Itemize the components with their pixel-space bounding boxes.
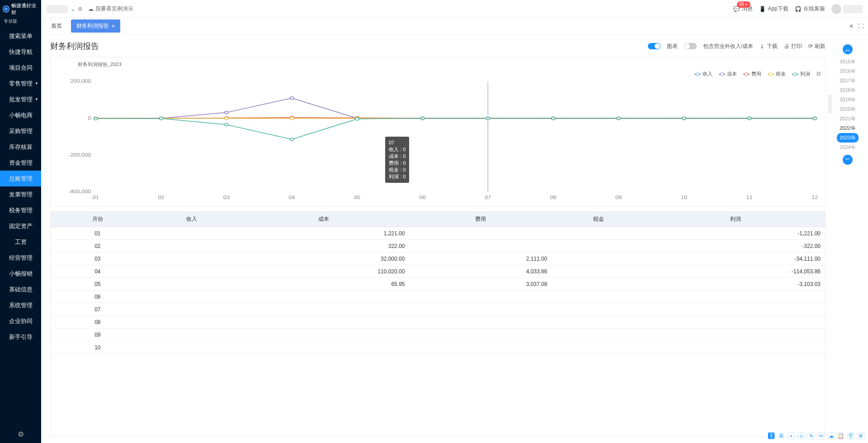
drag-handle[interactable] <box>828 95 832 113</box>
svg-point-71 <box>486 117 490 119</box>
sidebar-item-4[interactable]: 批发管理▼ <box>0 91 41 107</box>
extra-toggle[interactable] <box>684 43 697 49</box>
svg-text:06: 06 <box>420 195 426 200</box>
tab-profit-report[interactable]: 财务利润报告 × <box>71 19 120 33</box>
year-up-icon[interactable]: ︽ <box>843 44 853 54</box>
demo-link[interactable]: ☁ 我要看实例演示 <box>88 5 133 13</box>
print-button[interactable]: 🖨 打印 <box>784 43 802 50</box>
close-icon[interactable]: × <box>112 23 115 29</box>
table-row[interactable]: 02322.00-322.00 <box>51 240 825 252</box>
year-2020年[interactable]: 2020年 <box>837 105 858 114</box>
table-row[interactable]: 08 <box>51 316 825 329</box>
settings-gear-icon[interactable]: ⚙ <box>0 425 41 443</box>
sidebar-item-17[interactable]: 系统管理 <box>0 297 41 313</box>
sidebar-item-3[interactable]: 零售管理▼ <box>0 76 41 91</box>
table-row[interactable]: 011,221.00-1,221.00 <box>51 227 825 240</box>
ime-lang[interactable]: 英 <box>778 432 785 439</box>
sidebar-item-6[interactable]: 采购管理 <box>0 123 41 139</box>
ime-icon[interactable]: 王 <box>768 432 775 439</box>
profit-chart[interactable]: 200,0000-200,000-400,0000102030405060708… <box>55 79 821 201</box>
gear-icon[interactable]: ⚙ <box>78 6 83 12</box>
sidebar-item-10[interactable]: 发票管理 <box>0 186 41 202</box>
tab-profit-report-label: 财务利润报告 <box>76 22 109 30</box>
legend-zoom-icon[interactable]: ⊡ <box>816 71 821 77</box>
year-2019年[interactable]: 2019年 <box>837 95 858 105</box>
ime-scissors-icon[interactable]: ✂ <box>817 432 825 439</box>
year-2018年[interactable]: 2018年 <box>837 86 858 95</box>
table-row[interactable]: 09 <box>51 329 825 341</box>
sidebar-item-1[interactable]: 快捷导航 <box>0 44 41 60</box>
table-row[interactable]: 04110,020.004,033.86-114,053.86 <box>51 265 825 278</box>
refresh-label: 刷新 <box>815 43 826 50</box>
table-row[interactable]: 07 <box>51 303 825 316</box>
legend-收入[interactable]: .lg-mark::after{border-color:inherit}收入 <box>694 71 712 77</box>
app-download-button[interactable]: 📱 App下载 <box>759 5 788 13</box>
fullscreen-icon[interactable]: ⛶ <box>858 23 863 29</box>
legend-费用[interactable]: .lg-mark::after{border-color:inherit}费用 <box>743 71 761 77</box>
sidebar-item-9[interactable]: 总账管理 <box>0 171 41 186</box>
table-row[interactable]: 0565.953,037.08-3,103.03 <box>51 278 825 291</box>
tooltip-tax: 税金 : 0 <box>389 167 406 173</box>
tooltip-cost: 成本 : 0 <box>389 153 406 160</box>
sidebar-item-12[interactable]: 固定资产 <box>0 218 41 234</box>
svg-text:09: 09 <box>615 195 622 200</box>
svg-text:03: 03 <box>223 195 230 200</box>
ime-cloud-icon[interactable]: ☁ <box>827 432 835 439</box>
year-2017年[interactable]: 2017年 <box>837 76 858 86</box>
sidebar-item-5[interactable]: 小畅电商 <box>0 107 41 123</box>
headset-icon: 🎧 <box>795 6 802 12</box>
sidebar-item-8[interactable]: 资金管理 <box>0 155 41 171</box>
year-down-icon[interactable]: ︾ <box>843 155 853 165</box>
ime-emoji-icon[interactable]: ☺ <box>797 432 805 439</box>
user-menu[interactable]: □ <box>831 4 863 14</box>
sidebar: 畅捷通好业财 专业版 搜索菜单快捷导航项目合同零售管理▼批发管理▼小畅电商采购管… <box>0 0 41 443</box>
ime-gear-icon[interactable]: ⚙ <box>857 432 864 439</box>
messages-button[interactable]: 💬 消息 99＋ <box>733 5 753 13</box>
year-2016年[interactable]: 2016年 <box>837 67 858 76</box>
year-2023年[interactable]: 2023年 <box>837 133 858 143</box>
ime-edit-icon[interactable]: ✎ <box>807 432 815 439</box>
ime-toolbar[interactable]: 王 英 • ☺ ✎ ✂ ☁ 📋 👕 ⚙ <box>768 432 864 439</box>
svg-text:05: 05 <box>354 195 360 200</box>
table-row[interactable]: 0332,000.002,111.00-34,111.00 <box>51 252 825 265</box>
org-selector[interactable]: □ ⌄ ⚙ <box>47 5 83 13</box>
sidebar-item-16[interactable]: 基础信息 <box>0 281 41 297</box>
svg-point-76 <box>813 117 816 119</box>
refresh-button[interactable]: ⟳ 刷新 <box>808 43 826 50</box>
chart-tooltip: 07 收入 : 0 成本 : 0 费用 : 0 税金 : 0 利润 : 0 <box>385 137 409 183</box>
close-all-icon[interactable]: ✕ <box>849 23 854 29</box>
chart-toggle-label: 图表 <box>667 43 678 50</box>
year-2015年[interactable]: 2015年 <box>837 57 858 67</box>
ime-pin-icon[interactable]: 📋 <box>837 432 844 439</box>
sidebar-item-13[interactable]: 工资 <box>0 234 41 250</box>
sidebar-item-18[interactable]: 企业协同 <box>0 313 41 329</box>
sidebar-item-15[interactable]: 小畅报销 <box>0 266 41 281</box>
download-button[interactable]: ⭳ 下载 <box>760 43 778 50</box>
brand-logo[interactable]: 畅捷通好业财 <box>0 0 41 18</box>
ime-user-icon[interactable]: 👕 <box>847 432 854 439</box>
sidebar-item-11[interactable]: 税务管理 <box>0 202 41 218</box>
ime-dot-icon[interactable]: • <box>788 432 795 439</box>
legend-税金[interactable]: .lg-mark::after{border-color:inherit}税金 <box>768 71 786 77</box>
sidebar-item-0[interactable]: 搜索菜单 <box>0 28 41 44</box>
table-row[interactable]: 10 <box>51 341 825 354</box>
sidebar-item-14[interactable]: 经营管理 <box>0 250 41 266</box>
sidebar-item-2[interactable]: 项目合同 <box>0 60 41 76</box>
messages-badge: 99＋ <box>737 1 750 8</box>
year-2021年[interactable]: 2021年 <box>837 114 858 124</box>
sidebar-item-19[interactable]: 新手引导 <box>0 329 41 345</box>
support-button[interactable]: 🎧 在线客服 <box>795 5 825 13</box>
tab-home[interactable]: 首页 <box>46 19 67 33</box>
svg-point-70 <box>421 117 425 119</box>
legend-利润[interactable]: .lg-mark::after{border-color:inherit}利润 <box>792 71 810 77</box>
sidebar-item-7[interactable]: 库存核算 <box>0 139 41 155</box>
legend-成本[interactable]: .lg-mark::after{border-color:inherit}成本 <box>719 71 737 77</box>
svg-point-69 <box>355 118 359 120</box>
col-成本: 成本 <box>238 212 409 227</box>
year-2024年[interactable]: 2024年 <box>837 143 858 152</box>
svg-point-67 <box>225 123 228 126</box>
year-2022年[interactable]: 2022年 <box>837 124 858 133</box>
chart-toggle[interactable] <box>648 43 660 49</box>
print-label: 打印 <box>791 43 802 50</box>
table-row[interactable]: 06 <box>51 291 825 303</box>
